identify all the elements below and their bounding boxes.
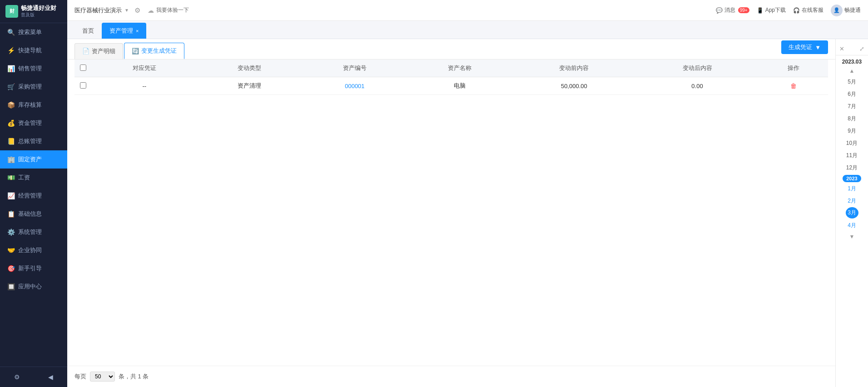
table-row: -- 资产清理 000001 电脑 50,000.00 0.00 🗑: [74, 77, 828, 95]
cell-before-content: 50,000.00: [512, 77, 635, 95]
sidebar-item-label: 资金管理: [18, 119, 42, 127]
cell-change-type: 资产清理: [197, 77, 303, 95]
tab-change-voucher[interactable]: 🔄 变更生成凭证: [124, 43, 184, 59]
tab-asset-detail[interactable]: 📄 资产明细: [74, 43, 123, 59]
sidebar-item-quicknav[interactable]: ⚡ 快捷导航: [0, 41, 67, 60]
month-7[interactable]: 7月: [836, 100, 868, 113]
tab-close-icon[interactable]: ×: [136, 28, 139, 34]
right-panel: ✕ ⤢ 2023.03 ▲ 5月 6月 7月 8月 9月 10月 11月 12月…: [835, 39, 868, 387]
data-table: 对应凭证 变动类型 资产编号 资产名称 变动前内容 变动后内容 操作: [74, 60, 828, 95]
sales-icon: 📊: [7, 65, 15, 72]
inner-tabs-row: 📄 资产明细 🔄 变更生成凭证 生成凭证 ▼: [67, 39, 835, 60]
inventory-icon: 📦: [7, 101, 15, 109]
search-icon: 🔍: [7, 29, 15, 36]
per-page-label: 每页: [74, 372, 86, 381]
right-panel-close-button[interactable]: ✕: [839, 45, 844, 52]
calendar-year-month: 2023.03: [836, 55, 868, 66]
month-2[interactable]: 2月: [836, 195, 868, 207]
service-icon: 🎧: [793, 7, 800, 14]
nav-tabs: 首页 资产管理 ×: [67, 21, 868, 39]
basic-info-icon: 📋: [7, 210, 15, 218]
month-9[interactable]: 9月: [836, 125, 868, 137]
sidebar-item-label: 固定资产: [18, 155, 42, 164]
header-after-content: 变动后内容: [635, 60, 759, 77]
month-8[interactable]: 8月: [836, 113, 868, 125]
tab-asset-detail-label: 资产明细: [92, 47, 115, 55]
trial-icon: ☁: [148, 7, 154, 14]
messages-label: 消息: [724, 6, 735, 14]
sidebar-item-payroll[interactable]: 💵 工资: [0, 169, 67, 187]
sidebar-item-operations[interactable]: 📈 经营管理: [0, 187, 67, 205]
sidebar-item-ledger[interactable]: 📒 总账管理: [0, 132, 67, 150]
right-panel-expand-button[interactable]: ⤢: [859, 45, 864, 52]
cell-after-content: 0.00: [635, 77, 759, 95]
tab-asset-management-label: 资产管理: [109, 27, 133, 35]
calendar-next-arrow[interactable]: ▼: [848, 232, 857, 242]
finance-icon: 💰: [7, 119, 15, 127]
sidebar-item-guide[interactable]: 🎯 新手引导: [0, 259, 67, 278]
right-panel-header: ✕ ⤢: [836, 43, 868, 55]
sidebar-item-basic-info[interactable]: 📋 基础信息: [0, 205, 67, 223]
sidebar-item-search[interactable]: 🔍 搜索菜单: [0, 23, 67, 41]
messages-button[interactable]: 💬 消息 99+: [716, 6, 749, 14]
month-1[interactable]: 1月: [836, 183, 868, 195]
app-download-button[interactable]: 📱 App下载: [757, 6, 786, 14]
month-10[interactable]: 10月: [836, 137, 868, 149]
select-all-checkbox[interactable]: [80, 64, 86, 71]
tab-home-label: 首页: [82, 27, 94, 35]
pagination: 每页 50 10 20 100 条，共 1 条: [67, 366, 835, 387]
row-checkbox[interactable]: [80, 82, 86, 89]
generate-voucher-label: 生成凭证: [789, 43, 812, 51]
sidebar-item-fixed-assets[interactable]: 🏢 固定资产: [0, 150, 67, 169]
settings-icon[interactable]: ⚙: [134, 6, 140, 15]
company-dropdown-icon: ▼: [124, 8, 129, 13]
cell-asset-name: 电脑: [407, 77, 513, 95]
topbar: 医疗器械行业演示 ▼ ⚙ ☁ 我要体验一下 💬 消息 99+ 📱 App下载 🎧…: [67, 0, 868, 21]
main-container: 医疗器械行业演示 ▼ ⚙ ☁ 我要体验一下 💬 消息 99+ 📱 App下载 🎧…: [67, 0, 868, 387]
sidebar-item-label: 企业协同: [18, 246, 42, 254]
purchase-icon: 🛒: [7, 83, 15, 90]
sidebar-item-finance[interactable]: 💰 资金管理: [0, 114, 67, 132]
sidebar-item-label: 经营管理: [18, 192, 42, 200]
user-menu-button[interactable]: 👤 畅捷通: [831, 5, 861, 16]
sidebar-item-label: 搜索菜单: [18, 28, 42, 36]
username: 畅捷通: [844, 6, 861, 14]
tab-asset-management[interactable]: 资产管理 ×: [102, 23, 146, 39]
year-badge-2023[interactable]: 2023: [843, 175, 861, 182]
month-5[interactable]: 5月: [836, 76, 868, 88]
sidebar-item-enterprise[interactable]: 🤝 企业协同: [0, 241, 67, 259]
delete-row-button[interactable]: 🗑: [790, 82, 797, 89]
sidebar-item-inventory[interactable]: 📦 库存核算: [0, 96, 67, 114]
per-page-select[interactable]: 50 10 20 100: [90, 372, 115, 382]
generate-voucher-button[interactable]: 生成凭证 ▼: [781, 40, 828, 54]
current-period-label: 2023.03: [842, 59, 862, 65]
header-voucher: 对应凭证: [92, 60, 197, 77]
month-6[interactable]: 6月: [836, 88, 868, 100]
calendar-prev-arrow[interactable]: ▲: [848, 66, 857, 76]
online-service-label: 在线客服: [802, 6, 823, 14]
company-selector[interactable]: 医疗器械行业演示 ▼: [74, 6, 129, 15]
topbar-right: 💬 消息 99+ 📱 App下载 🎧 在线客服 👤 畅捷通: [716, 5, 861, 16]
sidebar-item-app-center[interactable]: 🔲 应用中心: [0, 278, 67, 296]
total-label: 条，共 1 条: [119, 372, 149, 381]
payroll-icon: 💵: [7, 174, 15, 181]
sidebar-collapse-button[interactable]: ◀: [45, 371, 56, 383]
online-service-button[interactable]: 🎧 在线客服: [793, 6, 823, 14]
sidebar-item-label: 工资: [18, 174, 30, 182]
app-center-icon: 🔲: [7, 283, 15, 290]
sidebar-item-sales[interactable]: 📊 销售管理: [0, 60, 67, 78]
cell-asset-code[interactable]: 000001: [302, 77, 407, 95]
guide-icon: 🎯: [7, 265, 15, 272]
sidebar-bottom: ⚙ ◀: [0, 367, 67, 387]
fixed-assets-icon: 🏢: [7, 156, 15, 163]
month-3-active[interactable]: 3月: [846, 207, 858, 218]
sidebar-item-purchase[interactable]: 🛒 采购管理: [0, 78, 67, 96]
month-4[interactable]: 4月: [836, 219, 868, 232]
sidebar-item-system[interactable]: ⚙️ 系统管理: [0, 223, 67, 241]
tab-home[interactable]: 首页: [74, 23, 102, 39]
month-11[interactable]: 11月: [836, 149, 868, 162]
operations-icon: 📈: [7, 192, 15, 199]
sidebar-settings-button[interactable]: ⚙: [11, 371, 23, 383]
month-12[interactable]: 12月: [836, 162, 868, 174]
trial-button[interactable]: ☁ 我要体验一下: [148, 6, 189, 14]
